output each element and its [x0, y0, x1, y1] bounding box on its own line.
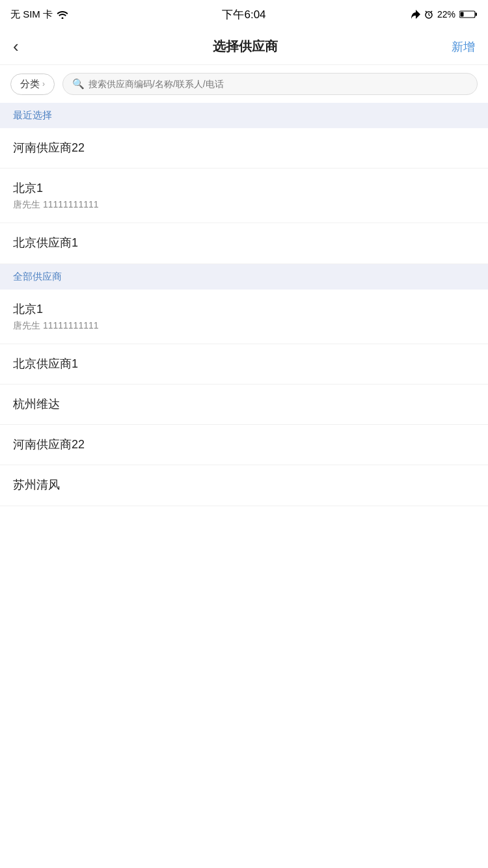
item-name: 北京1 [13, 301, 475, 318]
search-icon: 🔍 [72, 78, 85, 90]
battery-percent: 22% [437, 9, 455, 20]
page-title: 选择供应商 [213, 38, 278, 55]
chevron-icon: › [42, 79, 45, 88]
category-label: 分类 [20, 78, 40, 90]
status-right: 22% [411, 9, 478, 20]
item-name: 苏州清风 [13, 477, 475, 493]
item-name: 河南供应商22 [13, 140, 475, 156]
alarm-icon [424, 10, 433, 19]
status-time: 下午6:04 [222, 7, 265, 22]
svg-rect-2 [476, 13, 478, 16]
item-sub: 唐先生 11111111111 [13, 199, 475, 211]
item-name: 北京供应商1 [13, 356, 475, 372]
wifi-icon [57, 10, 68, 19]
recent-section-header: 最近选择 [0, 103, 488, 128]
back-button[interactable]: ‹ [13, 36, 39, 57]
category-button[interactable]: 分类 › [10, 74, 55, 95]
item-name: 杭州维达 [13, 396, 475, 413]
list-item[interactable]: 北京供应商1 [0, 223, 488, 264]
item-name: 河南供应商22 [13, 437, 475, 453]
item-name: 北京1 [13, 180, 475, 197]
list-item[interactable]: 北京1唐先生 11111111111 [0, 290, 488, 344]
add-button[interactable]: 新增 [452, 39, 475, 55]
all-items-list: 北京1唐先生 11111111111北京供应商1杭州维达河南供应商22苏州清风 [0, 290, 488, 506]
status-left: 无 SIM 卡 [10, 8, 68, 21]
location-icon [411, 10, 420, 19]
list-item[interactable]: 河南供应商22 [0, 128, 488, 169]
item-name: 北京供应商1 [13, 235, 475, 251]
nav-bar: ‹ 选择供应商 新增 [0, 29, 488, 65]
status-bar: 无 SIM 卡 下午6:04 22% [0, 0, 488, 29]
search-input[interactable] [88, 79, 468, 89]
filter-bar: 分类 › 🔍 [0, 65, 488, 103]
list-item[interactable]: 北京供应商1 [0, 344, 488, 385]
list-item[interactable]: 苏州清风 [0, 465, 488, 506]
recent-items-list: 河南供应商22北京1唐先生 11111111111北京供应商1 [0, 128, 488, 264]
list-item[interactable]: 北京1唐先生 11111111111 [0, 169, 488, 223]
item-sub: 唐先生 11111111111 [13, 320, 475, 332]
list-item[interactable]: 杭州维达 [0, 385, 488, 425]
svg-rect-3 [461, 12, 464, 17]
all-section-header: 全部供应商 [0, 264, 488, 290]
sim-status: 无 SIM 卡 [10, 8, 53, 21]
list-item[interactable]: 河南供应商22 [0, 425, 488, 465]
search-box: 🔍 [62, 73, 478, 95]
battery-icon [459, 10, 478, 19]
